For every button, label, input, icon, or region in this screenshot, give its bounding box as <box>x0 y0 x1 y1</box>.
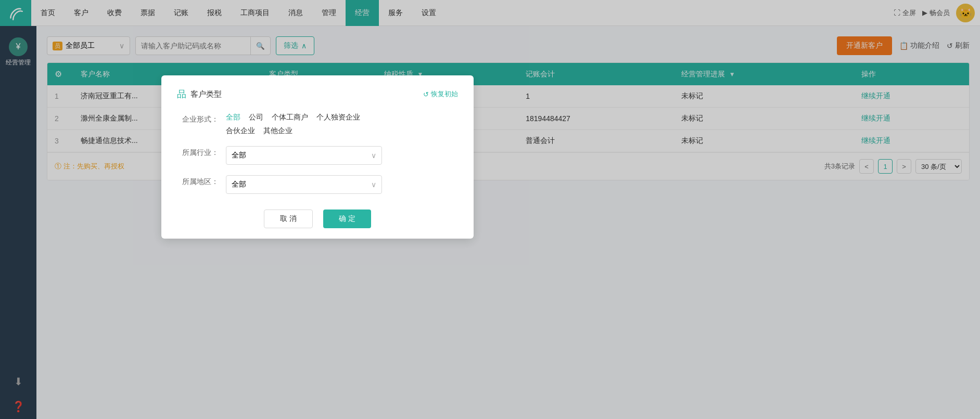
region-form-row: 所属地区： 全部 ∨ <box>177 175 458 194</box>
industry-form-row: 所属行业： 全部 ∨ <box>177 146 458 165</box>
cancel-button[interactable]: 取 消 <box>264 210 313 228</box>
industry-label: 所属行业： <box>177 146 219 158</box>
enterprise-radio-group-2: 合伙企业 其他企业 <box>226 126 458 136</box>
filter-modal: 品 客户类型 ↺ 恢复初始 企业形式： 全部 公司 个 <box>161 75 474 239</box>
reset-icon: ↺ <box>423 90 429 98</box>
enterprise-radio-group: 全部 公司 个体工商户 个人独资企业 <box>226 113 458 122</box>
modal-overlay[interactable]: 品 客户类型 ↺ 恢复初始 企业形式： 全部 公司 个 <box>36 26 980 419</box>
modal-title-icon: 品 <box>177 88 186 100</box>
enterprise-type-partnership[interactable]: 合伙企业 <box>226 126 255 136</box>
modal-title: 品 客户类型 <box>177 88 222 100</box>
modal-header: 品 客户类型 ↺ 恢复初始 <box>177 88 458 100</box>
enterprise-form-row: 企业形式： 全部 公司 个体工商户 个人独资企业 合伙企业 其他企业 <box>177 113 458 136</box>
enterprise-type-company[interactable]: 公司 <box>249 113 263 122</box>
main-content: 员 全部员工 ∨ 🔍 筛选 ∧ 开通新客户 📋 功能介绍 ↺ 刷 <box>36 26 980 419</box>
industry-select-wrapper: 全部 ∨ <box>226 146 458 165</box>
enterprise-type-sole[interactable]: 个人独资企业 <box>316 113 360 122</box>
confirm-button[interactable]: 确 定 <box>323 210 371 228</box>
region-select-wrapper: 全部 ∨ <box>226 175 458 194</box>
region-chevron-icon: ∨ <box>371 180 376 189</box>
enterprise-type-all[interactable]: 全部 <box>226 113 240 122</box>
layout: ¥ 经营管理 ⬇ ❓ 员 全部员工 ∨ 🔍 筛选 ∧ <box>0 26 980 419</box>
region-label: 所属地区： <box>177 175 219 187</box>
enterprise-types: 全部 公司 个体工商户 个人独资企业 合伙企业 其他企业 <box>226 113 458 136</box>
enterprise-type-other[interactable]: 其他企业 <box>263 126 292 136</box>
industry-chevron-icon: ∨ <box>371 151 376 160</box>
modal-reset-button[interactable]: ↺ 恢复初始 <box>423 89 458 99</box>
enterprise-form-label: 企业形式： <box>177 113 219 124</box>
industry-select[interactable]: 全部 ∨ <box>226 146 382 165</box>
modal-footer: 取 消 确 定 <box>177 210 458 228</box>
region-select[interactable]: 全部 ∨ <box>226 175 382 194</box>
enterprise-type-individual[interactable]: 个体工商户 <box>272 113 308 122</box>
